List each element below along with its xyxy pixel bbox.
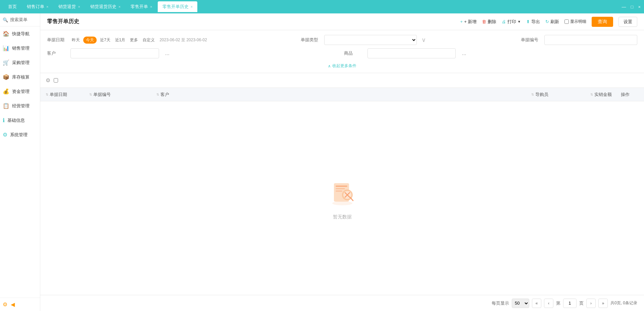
- select-all-checkbox[interactable]: [54, 78, 58, 83]
- query-button[interactable]: 查询: [592, 17, 613, 27]
- content-area: 零售开单历史 + + 新增 🗑 删除 🖨 打印 ▼ ⬆ 导出: [40, 13, 644, 311]
- settings-button[interactable]: 设置: [618, 17, 637, 27]
- sidebar-system-label: 系统管理: [10, 132, 28, 138]
- window-close-button[interactable]: ×: [638, 4, 641, 9]
- empty-illustration: [326, 176, 359, 210]
- th-sort-date-icon[interactable]: ⇅: [46, 93, 48, 96]
- tab-retail-history-close[interactable]: ×: [191, 5, 193, 9]
- next-page-button[interactable]: ›: [586, 299, 596, 308]
- table-config-icon[interactable]: ⚙: [46, 77, 50, 84]
- tab-retail-history[interactable]: 零售开单历史 ×: [158, 1, 197, 12]
- export-button[interactable]: ⬆ 导出: [526, 19, 540, 25]
- date-shortcuts: 昨天 今天 近7天 近1月 更多 自定义 2023-06-02 至 2023-0…: [70, 37, 207, 44]
- tab-retail-order-label: 零售开单: [131, 4, 148, 10]
- th-amount: ⇅ 实销金额: [572, 92, 612, 98]
- sidebar-quick-nav-label: 快捷导航: [12, 31, 30, 37]
- collapse-arrow-icon: ∧: [328, 64, 331, 68]
- collapse-button[interactable]: ∧ 收起更多条件: [328, 63, 356, 69]
- sidebar-item-sales[interactable]: 📊 销售管理: [0, 41, 40, 55]
- sidebar-item-basic-info[interactable]: ℹ 基础信息: [0, 113, 40, 127]
- add-button[interactable]: + + 新增: [460, 19, 477, 25]
- goods-ellipsis[interactable]: ...: [459, 50, 469, 56]
- th-sort-customer-icon[interactable]: ⇅: [156, 93, 159, 96]
- th-guide-label: 导购员: [535, 92, 548, 98]
- tab-sales-return-history-close[interactable]: ×: [118, 5, 120, 9]
- sidebar-search[interactable]: 🔍 搜索菜单: [0, 13, 40, 27]
- th-number-label: 单据编号: [93, 92, 111, 98]
- purchase-icon: 🛒: [3, 59, 9, 66]
- th-sort-amount-icon[interactable]: ⇅: [590, 93, 593, 96]
- delete-button[interactable]: 🗑 删除: [482, 19, 496, 25]
- per-page-label: 每页显示: [492, 300, 509, 306]
- tab-sales-return-history[interactable]: 销货退货历史 ×: [86, 1, 125, 12]
- th-sort-guide-icon[interactable]: ⇅: [531, 93, 534, 96]
- display-detail-checkbox[interactable]: 显示明细: [564, 19, 586, 24]
- system-icon: ⚙: [3, 132, 7, 138]
- tab-home[interactable]: 首页: [3, 1, 21, 12]
- refresh-button[interactable]: ↻ 刷新: [545, 19, 559, 25]
- th-customer-label: 客户: [160, 92, 169, 98]
- sidebar-item-inventory[interactable]: 📦 库存核算: [0, 70, 40, 84]
- operations-icon: 📋: [3, 103, 9, 109]
- shortcut-yesterday[interactable]: 昨天: [70, 37, 81, 44]
- search-menu-label: 搜索菜单: [10, 17, 28, 23]
- tab-sales-return-close[interactable]: ×: [78, 5, 80, 9]
- shortcut-more[interactable]: 更多: [129, 37, 139, 44]
- th-sort-num-icon[interactable]: ⇅: [89, 93, 92, 96]
- sidebar-item-finance[interactable]: 💰 资金管理: [0, 84, 40, 99]
- display-checkbox-input[interactable]: [564, 19, 569, 24]
- shortcut-custom[interactable]: 自定义: [141, 37, 156, 44]
- goods-input[interactable]: [367, 48, 456, 58]
- goods-filter-label: 商品: [344, 50, 364, 56]
- shortcut-7days[interactable]: 近7天: [99, 37, 112, 44]
- collapse-sidebar-icon[interactable]: ◀: [11, 301, 15, 308]
- type-select[interactable]: [324, 35, 417, 45]
- tab-sales-return[interactable]: 销货退货 ×: [54, 1, 85, 12]
- shortcut-1month[interactable]: 近1月: [114, 37, 127, 44]
- number-input[interactable]: [544, 35, 637, 45]
- tab-sales-order-label: 销售订单: [27, 4, 44, 10]
- sidebar-item-operations[interactable]: 📋 经营管理: [0, 99, 40, 113]
- refresh-icon: ↻: [545, 19, 549, 24]
- settings-gear-icon[interactable]: ⚙: [3, 301, 7, 308]
- export-icon: ⬆: [526, 19, 530, 24]
- sidebar-item-purchase[interactable]: 🛒 采购管理: [0, 55, 40, 70]
- tab-sales-order[interactable]: 销售订单 ×: [22, 1, 53, 12]
- shortcut-today[interactable]: 今天: [83, 37, 97, 44]
- customer-input[interactable]: [70, 48, 159, 58]
- top-nav-bar: 首页 销售订单 × 销货退货 × 销货退货历史 × 零售开单 × 零售开单历史 …: [0, 0, 644, 13]
- print-icon: 🖨: [502, 19, 506, 24]
- tab-sales-return-history-label: 销货退货历史: [90, 4, 116, 10]
- first-page-button[interactable]: «: [532, 299, 541, 308]
- filter-section: 单据日期 昨天 今天 近7天 近1月 更多 自定义 2023-06-02 至 2…: [40, 30, 644, 73]
- tab-retail-order[interactable]: 零售开单 ×: [126, 1, 157, 12]
- sidebar-item-system[interactable]: ⚙ 系统管理: [0, 127, 40, 142]
- delete-label: 删除: [488, 19, 496, 25]
- tab-sales-return-label: 销货退货: [58, 4, 76, 10]
- finance-icon: 💰: [3, 88, 9, 95]
- table-body: 暂无数据: [40, 101, 644, 295]
- page-number-input[interactable]: [563, 299, 577, 308]
- customer-ellipsis[interactable]: ...: [162, 50, 172, 56]
- date-range-display: 2023-06-02 至 2023-06-02: [159, 37, 207, 43]
- delete-icon: 🗑: [482, 19, 486, 24]
- tab-sales-order-close[interactable]: ×: [46, 5, 48, 9]
- export-label: 导出: [531, 19, 540, 25]
- empty-state: 暂无数据: [326, 176, 359, 220]
- minimize-button[interactable]: —: [622, 4, 626, 9]
- th-guide: ⇅ 导购员: [531, 92, 572, 98]
- quick-nav-icon: 🏠: [3, 31, 9, 37]
- tab-retail-order-close[interactable]: ×: [150, 5, 152, 9]
- maximize-button[interactable]: □: [631, 4, 634, 9]
- add-icon: +: [460, 19, 463, 24]
- per-page-select[interactable]: 50 100 200: [512, 299, 529, 308]
- print-button[interactable]: 🖨 打印 ▼: [502, 19, 521, 25]
- th-date-label: 单据日期: [50, 92, 67, 98]
- last-page-button[interactable]: »: [598, 299, 608, 308]
- date-filter-label: 单据日期: [47, 37, 67, 43]
- sidebar-purchase-label: 采购管理: [12, 60, 30, 66]
- prev-page-button[interactable]: ‹: [544, 299, 553, 308]
- inventory-icon: 📦: [3, 74, 9, 80]
- sidebar-item-quick-nav[interactable]: 🏠 快捷导航: [0, 27, 40, 41]
- collapse-row: ∧ 收起更多条件: [47, 62, 637, 70]
